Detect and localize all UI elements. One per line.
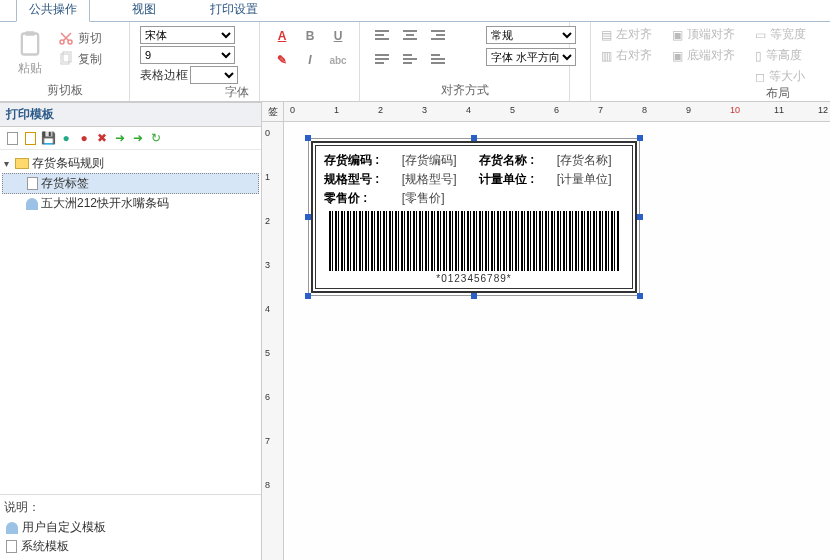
selection-handle-se[interactable] bbox=[637, 293, 643, 299]
field-label-code: 存货编码 : bbox=[324, 152, 392, 169]
field-label-name: 存货名称 : bbox=[479, 152, 547, 169]
page-icon bbox=[6, 540, 17, 553]
tree-root-label: 存货条码规则 bbox=[32, 155, 104, 172]
clipboard-group-label: 剪切板 bbox=[10, 82, 119, 101]
legend-title: 说明： bbox=[4, 499, 257, 516]
legend-user-label: 用户自定义模板 bbox=[22, 519, 106, 536]
underline-button[interactable]: U bbox=[326, 26, 350, 46]
user-icon bbox=[26, 198, 38, 210]
page-icon bbox=[27, 177, 38, 190]
tree-item-wudazhou[interactable]: 五大洲212快开水嘴条码 bbox=[2, 194, 259, 213]
tb-export[interactable]: ➜ bbox=[130, 130, 146, 146]
selection-handle-ne[interactable] bbox=[637, 135, 643, 141]
copy-icon bbox=[58, 51, 74, 67]
copy-label: 复制 bbox=[78, 51, 102, 68]
group-text-format: A B U ✎ I abc bbox=[260, 22, 360, 101]
tree-item1-label: 存货标签 bbox=[41, 175, 89, 192]
valign-top-button[interactable] bbox=[370, 50, 394, 70]
selection-handle-s[interactable] bbox=[471, 293, 477, 299]
tb-import[interactable]: ➜ bbox=[112, 130, 128, 146]
tab-public-ops[interactable]: 公共操作 bbox=[16, 0, 90, 22]
tb-remove[interactable]: ● bbox=[76, 130, 92, 146]
paste-button[interactable]: 粘贴 bbox=[10, 26, 50, 77]
font-color-button[interactable]: A bbox=[270, 26, 294, 46]
layout-align-bottom[interactable]: ▣ 底端对齐 bbox=[672, 47, 735, 64]
group-layout: ▤ 左对齐 ▣ 顶端对齐 ▭ 等宽度 ▥ 右对齐 ▣ 底端对齐 ▯ 等高度 ◻ … bbox=[591, 22, 830, 101]
bold-button[interactable]: B bbox=[298, 26, 322, 46]
svg-rect-0 bbox=[22, 34, 38, 55]
layout-equal-size[interactable]: ◻ 等大小 bbox=[755, 68, 806, 85]
barcode-text: *0123456789* bbox=[324, 273, 624, 284]
cut-button[interactable]: 剪切 bbox=[58, 29, 102, 47]
paste-label: 粘贴 bbox=[18, 60, 42, 77]
tb-delete[interactable]: ✖ bbox=[94, 130, 110, 146]
ruler-corner: 签 bbox=[262, 102, 284, 122]
legend-system-label: 系统模板 bbox=[21, 538, 69, 555]
layout-spacer2 bbox=[672, 68, 735, 85]
valign-bot-button[interactable] bbox=[426, 50, 450, 70]
expand-icon: ▾ bbox=[4, 158, 12, 169]
italic-button[interactable]: I bbox=[298, 50, 322, 70]
tb-add[interactable]: ● bbox=[58, 130, 74, 146]
group-clipboard: 粘贴 剪切 复制 剪切板 bbox=[0, 22, 130, 101]
align-mode-select[interactable]: 常规 bbox=[486, 26, 576, 44]
strikethrough-button[interactable]: abc bbox=[326, 50, 350, 70]
tab-print-settings[interactable]: 打印设置 bbox=[198, 0, 270, 21]
tb-save[interactable]: 💾 bbox=[40, 130, 56, 146]
field-label-unit: 计量单位 : bbox=[479, 171, 547, 188]
field-label-price: 零售价 : bbox=[324, 190, 392, 207]
legend-user: 用户自定义模板 bbox=[4, 518, 257, 537]
fill-color-button[interactable]: ✎ bbox=[270, 50, 294, 70]
layout-equal-width[interactable]: ▭ 等宽度 bbox=[755, 26, 806, 43]
layout-align-right[interactable]: ▥ 右对齐 bbox=[601, 47, 652, 64]
align-right-button[interactable] bbox=[426, 26, 450, 46]
tree-root[interactable]: ▾ 存货条码规则 bbox=[2, 154, 259, 173]
align-center-button[interactable] bbox=[398, 26, 422, 46]
selection-handle-sw[interactable] bbox=[305, 293, 311, 299]
group-font: 宋体 9 表格边框 字体 bbox=[130, 22, 260, 101]
tb-new[interactable] bbox=[4, 130, 20, 146]
layout-align-top[interactable]: ▣ 顶端对齐 bbox=[672, 26, 735, 43]
folder-icon bbox=[15, 158, 29, 169]
selection-handle-n[interactable] bbox=[471, 135, 477, 141]
selection-handle-w[interactable] bbox=[305, 214, 311, 220]
tb-refresh[interactable]: ↻ bbox=[148, 130, 164, 146]
barcode-graphic bbox=[329, 211, 619, 271]
text-direction-select[interactable]: 字体 水平方向 bbox=[486, 48, 576, 66]
field-value-code: [存货编码] bbox=[402, 152, 469, 169]
layout-align-left[interactable]: ▤ 左对齐 bbox=[601, 26, 652, 43]
font-family-select[interactable]: 宋体 bbox=[140, 26, 235, 44]
text-format-group-label bbox=[270, 99, 349, 101]
ruler-horizontal: 0123456789101112 bbox=[284, 102, 830, 122]
selection-handle-nw[interactable] bbox=[305, 135, 311, 141]
sidebar: 打印模板 💾 ● ● ✖ ➜ ➜ ↻ ▾ 存货条码规则 存货标签 五 bbox=[0, 102, 262, 560]
svg-rect-1 bbox=[25, 31, 34, 36]
design-canvas[interactable]: 存货编码 : [存货编码] 存货名称 : [存货名称] 规格型号 : [规格型号… bbox=[284, 122, 830, 560]
clipboard-icon bbox=[16, 30, 44, 58]
canvas-area: 签 0123456789101112 012345678 存货编码 : [存货编… bbox=[262, 102, 830, 560]
label-card[interactable]: 存货编码 : [存货编码] 存货名称 : [存货名称] 规格型号 : [规格型号… bbox=[308, 138, 640, 296]
font-size-select[interactable]: 9 bbox=[140, 46, 235, 64]
group-align: 常规 字体 水平方向 对齐方式 bbox=[360, 22, 570, 101]
border-select[interactable] bbox=[190, 66, 238, 84]
tree-item-inventory-label[interactable]: 存货标签 bbox=[2, 173, 259, 194]
copy-button[interactable]: 复制 bbox=[58, 50, 102, 68]
layout-equal-height[interactable]: ▯ 等高度 bbox=[755, 47, 806, 64]
align-left-button[interactable] bbox=[370, 26, 394, 46]
font-group-label: 字体 bbox=[140, 84, 249, 103]
main-split: 打印模板 💾 ● ● ✖ ➜ ➜ ↻ ▾ 存货条码规则 存货标签 五 bbox=[0, 102, 830, 560]
sidebar-toolbar: 💾 ● ● ✖ ➜ ➜ ↻ bbox=[0, 127, 261, 150]
layout-spacer1 bbox=[601, 68, 652, 85]
tab-view[interactable]: 视图 bbox=[120, 0, 168, 21]
group-spacer bbox=[570, 22, 591, 101]
cut-label: 剪切 bbox=[78, 30, 102, 47]
user-icon bbox=[6, 522, 18, 534]
template-tree: ▾ 存货条码规则 存货标签 五大洲212快开水嘴条码 bbox=[0, 150, 261, 494]
border-label: 表格边框 bbox=[140, 67, 188, 84]
tb-new-2[interactable] bbox=[22, 130, 38, 146]
valign-mid-button[interactable] bbox=[398, 50, 422, 70]
selection-handle-e[interactable] bbox=[637, 214, 643, 220]
field-value-spec: [规格型号] bbox=[402, 171, 469, 188]
field-value-unit: [计量单位] bbox=[557, 171, 624, 188]
align-group-label: 对齐方式 bbox=[370, 82, 559, 101]
